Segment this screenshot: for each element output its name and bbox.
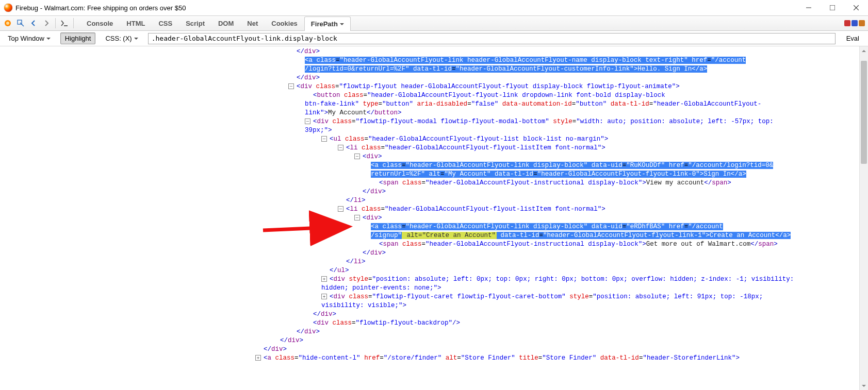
window-controls-small bbox=[844, 20, 865, 26]
nav-forward-button[interactable] bbox=[41, 18, 52, 29]
collapse-toggle[interactable]: – bbox=[338, 206, 343, 212]
vertical-scrollbar[interactable] bbox=[859, 46, 868, 390]
window-title: Firebug - Walmart.com: Free shipping on … bbox=[15, 4, 797, 12]
maximize-button[interactable] bbox=[821, 0, 844, 15]
separator bbox=[55, 18, 56, 28]
match-highlight[interactable]: <a class="header-GlobalAccountFlyout-lin… bbox=[371, 162, 773, 178]
expand-toggle[interactable]: + bbox=[255, 355, 261, 361]
command-line-icon[interactable] bbox=[59, 18, 70, 29]
selector-input[interactable] bbox=[148, 33, 836, 44]
minimize-dot[interactable] bbox=[844, 20, 850, 26]
svg-rect-0 bbox=[830, 5, 835, 10]
main-toolbar: Console HTML CSS Script DOM Net Cookies … bbox=[0, 15, 868, 31]
tab-cookies[interactable]: Cookies bbox=[265, 16, 304, 30]
close-dot[interactable] bbox=[859, 20, 865, 26]
firepath-toolbar: Top Window Highlight CSS: (X) Eval bbox=[0, 31, 868, 46]
firebug-icon[interactable] bbox=[2, 18, 13, 29]
firefox-icon bbox=[4, 4, 12, 12]
chevron-down-icon bbox=[134, 38, 138, 42]
inspect-icon[interactable] bbox=[15, 18, 26, 29]
alt-highlight: alt="Create an Account" bbox=[402, 232, 497, 239]
expand-toggle[interactable]: + bbox=[321, 294, 327, 299]
eval-button[interactable]: Eval bbox=[841, 32, 865, 44]
match-highlight[interactable]: <a class="header-GlobalAccountFlyout-lin… bbox=[371, 223, 791, 239]
chevron-down-icon bbox=[340, 23, 344, 27]
tab-script[interactable]: Script bbox=[179, 16, 211, 30]
collapse-toggle[interactable]: – bbox=[321, 136, 327, 142]
tab-firepath[interactable]: FirePath bbox=[304, 16, 351, 31]
minimize-button[interactable] bbox=[797, 0, 821, 15]
tab-net[interactable]: Net bbox=[240, 16, 265, 30]
scroll-thumb[interactable] bbox=[861, 61, 867, 164]
collapse-toggle[interactable]: – bbox=[338, 145, 343, 150]
tab-css[interactable]: CSS bbox=[152, 16, 179, 30]
match-highlight[interactable]: <a class="header-GlobalAccountFlyout-lin… bbox=[305, 57, 746, 73]
tab-dom[interactable]: DOM bbox=[211, 16, 240, 30]
context-selector[interactable]: Top Window bbox=[3, 32, 55, 44]
tab-firepath-label: FirePath bbox=[311, 20, 338, 28]
separator bbox=[73, 18, 74, 28]
popout-dot[interactable] bbox=[851, 20, 858, 26]
panel-tabs: Console HTML CSS Script DOM Net Cookies … bbox=[80, 16, 351, 30]
nav-back-button[interactable] bbox=[28, 18, 39, 29]
collapse-toggle[interactable]: – bbox=[354, 215, 360, 221]
collapse-toggle[interactable]: – bbox=[354, 154, 360, 159]
window-titlebar: Firebug - Walmart.com: Free shipping on … bbox=[0, 0, 868, 15]
collapse-toggle[interactable]: – bbox=[305, 118, 310, 124]
svg-point-2 bbox=[6, 22, 9, 25]
close-button[interactable] bbox=[844, 0, 868, 15]
tab-html[interactable]: HTML bbox=[120, 16, 152, 30]
highlight-toggle[interactable]: Highlight bbox=[60, 32, 96, 44]
html-tree-panel[interactable]: </div> <a class="header-GlobalAccountFly… bbox=[0, 46, 868, 390]
tab-console[interactable]: Console bbox=[80, 16, 120, 30]
expression-type-selector[interactable]: CSS: (X) bbox=[101, 32, 142, 44]
scroll-down-button[interactable] bbox=[860, 381, 868, 390]
expand-toggle[interactable]: + bbox=[321, 276, 327, 282]
scroll-up-button[interactable] bbox=[860, 46, 868, 55]
chevron-down-icon bbox=[46, 38, 51, 42]
collapse-toggle[interactable]: – bbox=[288, 83, 294, 89]
